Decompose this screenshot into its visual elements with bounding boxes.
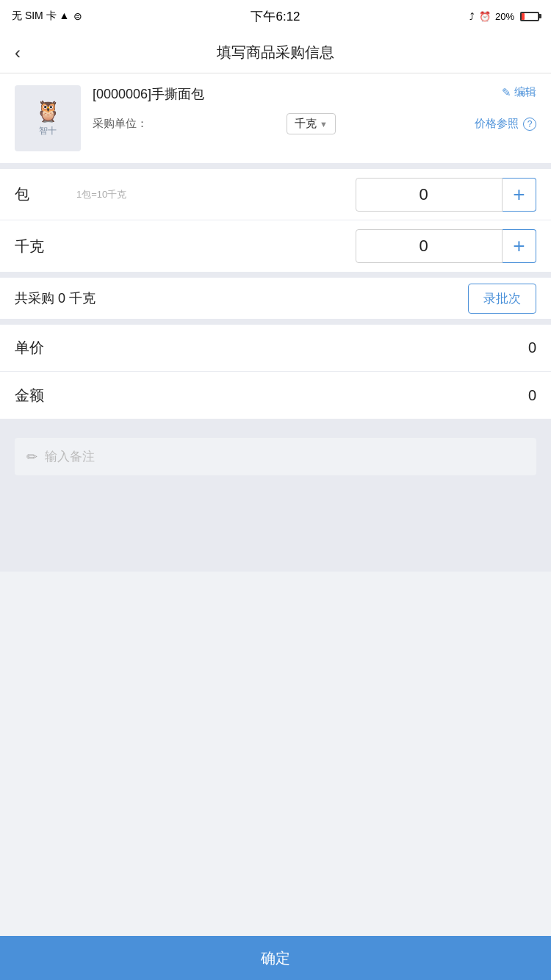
product-info: [0000006]手撕面包 ✎ 编辑 采购单位： 千克 ▼ 价格参照 ?	[93, 85, 536, 134]
sim-label: 无 SIM 卡 ▲	[12, 10, 69, 23]
confirm-button[interactable]: 确定	[0, 936, 551, 980]
help-icon: ?	[523, 118, 536, 131]
bao-input-row: 包 1包=10千克 +	[0, 169, 551, 220]
price-ref-button[interactable]: 价格参照 ?	[475, 117, 536, 131]
page-title: 填写商品采购信息	[217, 43, 334, 62]
product-owl-icon: 🦉	[35, 99, 61, 123]
battery-percent: 20%	[495, 11, 514, 22]
bao-label: 包	[15, 184, 73, 204]
product-unit-row: 采购单位： 千克 ▼ 价格参照 ?	[93, 113, 536, 134]
price-section: 单价 0 金额 0	[0, 325, 551, 425]
wifi-icon: ⊜	[73, 10, 82, 22]
product-image-label: 智十	[39, 125, 57, 137]
unit-label: 采购单位：	[93, 117, 148, 131]
confirm-button-label: 确定	[261, 948, 290, 968]
product-name: [0000006]手撕面包	[93, 85, 502, 103]
unit-price-label: 单价	[15, 338, 44, 358]
unit-price-row: 单价 0	[0, 325, 551, 372]
unit-select[interactable]: 千克 ▼	[287, 113, 336, 134]
kg-input[interactable]	[356, 229, 503, 263]
alarm-icon: ⏰	[479, 11, 491, 22]
summary-row: 共采购 0 千克 录批次	[0, 278, 551, 325]
battery-icon	[520, 12, 539, 21]
unit-value: 千克	[295, 117, 317, 131]
bao-sublabel: 1包=10千克	[76, 188, 126, 201]
nav-bar: ‹ 填写商品采购信息	[0, 32, 551, 73]
location-icon: ⤴	[469, 11, 475, 22]
kg-plus-button[interactable]: +	[503, 229, 536, 263]
bao-plus-button[interactable]: +	[503, 178, 536, 212]
product-card: 🦉 智十 [0000006]手撕面包 ✎ 编辑 采购单位： 千克 ▼ 价格参照 …	[0, 73, 551, 169]
bao-input[interactable]	[356, 178, 503, 212]
edit-label: 编辑	[514, 85, 536, 99]
edit-icon: ✎	[502, 86, 511, 99]
notes-section: ✏ 输入备注	[0, 425, 551, 572]
kg-label: 千克	[15, 237, 73, 256]
batch-button[interactable]: 录批次	[468, 284, 536, 314]
bao-input-wrapper: +	[356, 178, 536, 212]
input-section: 包 1包=10千克 + 千克 +	[0, 169, 551, 278]
amount-label: 金额	[15, 386, 44, 406]
status-time: 下午6:12	[251, 8, 300, 25]
price-ref-label: 价格参照	[475, 117, 519, 131]
notes-placeholder: 输入备注	[45, 448, 95, 465]
kg-input-wrapper: +	[356, 229, 536, 263]
summary-text: 共采购 0 千克	[15, 289, 96, 307]
product-image: 🦉 智十	[15, 85, 81, 151]
kg-input-row: 千克 +	[0, 220, 551, 272]
status-bar: 无 SIM 卡 ▲ ⊜ 下午6:12 ⤴ ⏰ 20%	[0, 0, 551, 32]
status-right: ⤴ ⏰ 20%	[469, 11, 539, 22]
amount-value: 0	[528, 387, 536, 404]
amount-row: 金额 0	[0, 372, 551, 419]
back-button[interactable]: ‹	[15, 43, 32, 63]
product-header: [0000006]手撕面包 ✎ 编辑	[93, 85, 536, 103]
pencil-icon: ✏	[26, 449, 37, 465]
chevron-down-icon: ▼	[320, 120, 328, 129]
unit-price-value: 0	[528, 339, 536, 356]
edit-button[interactable]: ✎ 编辑	[502, 85, 536, 99]
notes-input-area[interactable]: ✏ 输入备注	[15, 438, 536, 475]
status-left: 无 SIM 卡 ▲ ⊜	[12, 10, 82, 23]
